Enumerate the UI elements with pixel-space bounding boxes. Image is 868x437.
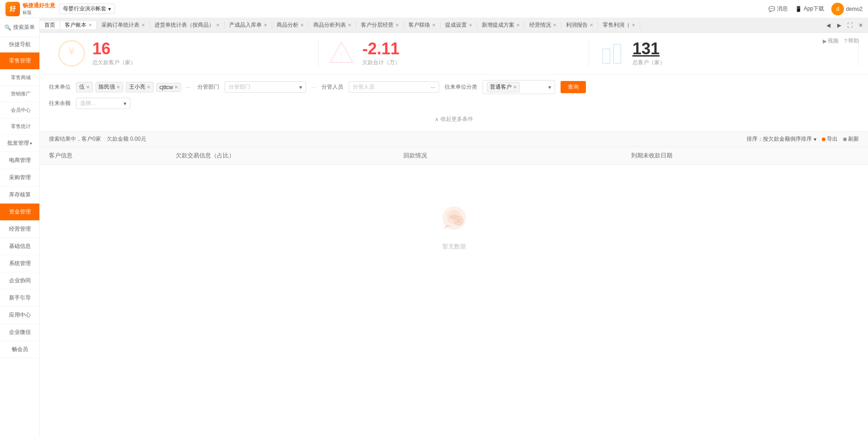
- filter-tag-cjttcw[interactable]: cjttcw ✕: [156, 83, 181, 92]
- balance-filter-label: 往来余额: [49, 100, 71, 107]
- sidebar-item-enterprise[interactable]: 企业协同: [0, 272, 39, 290]
- tab-customer-layer[interactable]: 客户分层经营 ✕: [356, 21, 404, 29]
- tab-fullscreen-btn[interactable]: ⛶: [845, 21, 854, 30]
- balance-filter-select[interactable]: 选择... ▾: [76, 98, 130, 109]
- classify-dropdown-icon: ▾: [548, 84, 551, 90]
- tab-profit-report[interactable]: 利润报告 ✕: [561, 21, 598, 29]
- tab-customer-layer-close[interactable]: ✕: [395, 23, 399, 28]
- dept-filter-select[interactable]: 分管部门 ▾: [225, 81, 306, 93]
- sidebar-item-ops[interactable]: 经营管理: [0, 221, 39, 238]
- sidebar-item-wholesale-mgmt[interactable]: 批发管理 ▾: [0, 135, 39, 152]
- tab-purchase-stats-close[interactable]: ✕: [216, 23, 220, 28]
- tab-customer-contact-label: 客户联络: [408, 21, 430, 29]
- results-bar: 搜索结果中，客户0家 欠款金额 0.00元 排序：按欠款金额倒序排序 ▾ 导出: [40, 132, 868, 147]
- sidebar-item-member-center[interactable]: 会员中心: [0, 102, 39, 119]
- tab-product-analysis-list[interactable]: 商品分析列表 ✕: [309, 21, 356, 29]
- tab-new-commission[interactable]: 新增提成方案 ✕: [477, 21, 525, 29]
- user-label: demo2: [846, 6, 863, 12]
- classify-filter-select[interactable]: 普通客户 ✕ ▾: [483, 80, 555, 94]
- filter-tag-wu[interactable]: 伍 ✕: [76, 82, 93, 92]
- sidebar-item-finance[interactable]: 资金管理: [0, 204, 39, 221]
- sidebar-item-member[interactable]: 畅会员: [0, 341, 39, 358]
- quick-nav-btn[interactable]: 快捷导航: [0, 37, 39, 52]
- message-btn[interactable]: 💬 消息: [768, 5, 788, 13]
- page-content: ¥ 16 总欠款客户（家） !: [40, 33, 868, 437]
- tab-commission-setting-close[interactable]: ✕: [469, 23, 472, 28]
- tab-product-instock[interactable]: 产成品入库单 ✕: [225, 21, 272, 29]
- table-header: 客户信息 欠款交易信息（占比） 回款情况 到期未收款日期: [40, 147, 868, 165]
- tab-commission-setting[interactable]: 提成设置 ✕: [441, 21, 477, 29]
- sidebar-item-ecommerce[interactable]: 电商管理: [0, 152, 39, 169]
- filter-tag-normal-customer[interactable]: 普通客户 ✕: [487, 82, 520, 92]
- normal-customer-remove[interactable]: ✕: [513, 85, 517, 90]
- tab-close-all-btn[interactable]: ✕: [856, 21, 865, 30]
- filter-tag-cjttcw-remove[interactable]: ✕: [174, 85, 178, 90]
- header-left: 好 畅捷通好生意 标版 母婴行业演示帐套 ▾: [5, 2, 115, 16]
- tab-customer-contact[interactable]: 客户联络 ✕: [404, 21, 441, 29]
- refresh-btn[interactable]: 刷新: [843, 135, 859, 143]
- stat-item-customers: ¥ 16 总欠款客户（家）: [49, 40, 319, 67]
- tab-product-instock-close[interactable]: ✕: [264, 23, 267, 28]
- help-btn[interactable]: ? 帮助: [844, 37, 859, 45]
- unit-filter-tags: 伍 ✕ 陈民强 ✕ 王小亮 ✕ cjttcw ✕: [76, 82, 192, 92]
- tab-prev-btn[interactable]: ◀: [824, 21, 833, 30]
- tab-purchase-stats[interactable]: 进货单统计表（按商品） ✕: [150, 21, 225, 29]
- user-btn[interactable]: d demo2: [831, 3, 863, 15]
- export-dot: [822, 138, 825, 141]
- normal-customer-label: 普通客户: [490, 83, 512, 91]
- demo-select[interactable]: 母婴行业演示帐套 ▾: [59, 4, 115, 14]
- tab-purchase-order[interactable]: 采购订单统计表 ✕: [97, 21, 150, 29]
- col-header-debt: 欠款交易信息（占比）: [176, 152, 403, 160]
- filter-tag-wang-remove[interactable]: ✕: [147, 85, 150, 90]
- sidebar-item-retail-mgmt[interactable]: 零售管理: [0, 52, 39, 70]
- tab-retail-profit-close[interactable]: ✕: [632, 23, 635, 28]
- video-help-btn[interactable]: ▶ 视频: [823, 37, 839, 45]
- sidebar-item-purchase[interactable]: 采购管理: [0, 169, 39, 186]
- tab-product-analysis-close[interactable]: ✕: [300, 23, 304, 28]
- dept-more-icon[interactable]: ···: [312, 84, 316, 90]
- unit-filter-more[interactable]: ···: [184, 83, 192, 91]
- export-btn[interactable]: 导出: [822, 135, 838, 143]
- person-more-icon: ···: [431, 84, 435, 90]
- tab-customer-ledger-close[interactable]: ✕: [88, 23, 92, 28]
- sidebar-item-apps[interactable]: 应用中心: [0, 307, 39, 324]
- sort-select[interactable]: 排序：按欠款金额倒序排序 ▾: [747, 135, 816, 143]
- tab-new-commission-close[interactable]: ✕: [516, 23, 520, 28]
- stat-values-customers: 16 总欠款客户（家）: [92, 41, 136, 66]
- sidebar-item-guide[interactable]: 新手引导: [0, 290, 39, 307]
- tab-ops-status[interactable]: 经营情况 ✕: [525, 21, 561, 29]
- tab-profit-report-close[interactable]: ✕: [590, 23, 593, 28]
- sidebar-item-inventory[interactable]: 库存核算: [0, 186, 39, 204]
- search-menu-btn[interactable]: 🔍 搜索菜单: [3, 22, 37, 33]
- tab-retail-profit[interactable]: 零售利润（ ✕: [598, 21, 640, 29]
- logo-line1: 畅捷通好生意: [23, 2, 55, 10]
- col-header-due-date: 到期未收款日期: [631, 152, 859, 160]
- filter-row-unit: 往来单位 伍 ✕ 陈民强 ✕ 王小亮 ✕: [49, 80, 859, 94]
- svg-rect-5: [614, 44, 621, 63]
- sidebar-item-system[interactable]: 系统管理: [0, 255, 39, 272]
- tab-customer-ledger-label: 客户账本: [65, 21, 86, 29]
- sidebar-item-weixin[interactable]: 企业微信: [0, 324, 39, 341]
- sidebar-item-retail-stats[interactable]: 零售统计: [0, 119, 39, 135]
- tab-home[interactable]: 首页: [40, 21, 60, 29]
- tab-product-analysis[interactable]: 商品分析 ✕: [272, 21, 309, 29]
- download-btn[interactable]: 📱 App下载: [795, 5, 824, 13]
- filter-tag-wang[interactable]: 王小亮 ✕: [126, 82, 153, 92]
- top-header: 好 畅捷通好生意 标版 母婴行业演示帐套 ▾ 💬 消息 📱 App下载 d de…: [0, 0, 868, 18]
- sidebar-item-marketing[interactable]: 营销推广: [0, 86, 39, 102]
- tab-customer-contact-close[interactable]: ✕: [432, 23, 436, 28]
- sidebar-item-retail-mall[interactable]: 零售商城: [0, 70, 39, 86]
- tab-ops-status-close[interactable]: ✕: [553, 23, 556, 28]
- tab-customer-ledger[interactable]: 客户账本 ✕: [60, 21, 97, 29]
- filter-tag-chen-remove[interactable]: ✕: [116, 85, 120, 90]
- person-filter-input[interactable]: 分管人员 ···: [349, 81, 439, 93]
- collapse-btn[interactable]: ∧ 收起更多条件: [49, 113, 859, 126]
- tab-purchase-order-close[interactable]: ✕: [141, 23, 145, 28]
- filter-tag-wu-remove[interactable]: ✕: [86, 85, 90, 90]
- tab-next-btn[interactable]: ▶: [834, 21, 844, 30]
- query-btn[interactable]: 查询: [561, 81, 586, 93]
- sidebar-item-basic[interactable]: 基础信息: [0, 238, 39, 255]
- tab-product-analysis-list-close[interactable]: ✕: [348, 23, 351, 28]
- filter-tag-chen[interactable]: 陈民强 ✕: [96, 82, 123, 92]
- amount-result-text: 欠款金额 0.00元: [107, 136, 146, 142]
